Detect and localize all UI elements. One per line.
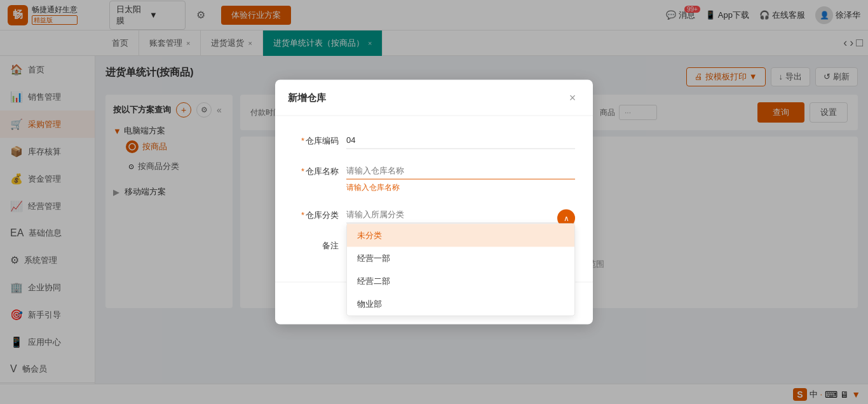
category-dropdown: 未分类 经营一部 经营二部 物业部 <box>346 224 575 316</box>
category-input[interactable] <box>346 206 575 224</box>
modal-body: 仓库编码 仓库名称 请输入仓库名称 仓库分类 ∧ 未分类 经营一部 <box>275 116 593 282</box>
code-label: 仓库编码 <box>293 131 339 147</box>
dropdown-item-uncategorized[interactable]: 未分类 <box>347 224 574 247</box>
name-error-message: 请输入仓库名称 <box>346 182 575 193</box>
category-field: 仓库分类 ∧ 未分类 经营一部 经营二部 物业部 <box>293 206 575 224</box>
code-input-wrap <box>346 131 575 149</box>
name-label: 仓库名称 <box>293 162 339 177</box>
category-label: 仓库分类 <box>293 206 339 221</box>
dropdown-item-dept3[interactable]: 物业部 <box>347 293 574 316</box>
add-warehouse-modal: 新增仓库 × 仓库编码 仓库名称 请输入仓库名称 仓库分类 ∧ <box>275 80 593 325</box>
code-field: 仓库编码 <box>293 131 575 149</box>
modal-title: 新增仓库 <box>288 91 326 104</box>
dropdown-item-dept2[interactable]: 经营二部 <box>347 270 574 293</box>
name-field: 仓库名称 请输入仓库名称 <box>293 162 575 193</box>
category-input-wrap: ∧ 未分类 经营一部 经营二部 物业部 <box>346 206 575 224</box>
name-input-wrap: 请输入仓库名称 <box>346 162 575 193</box>
modal-close-button[interactable]: × <box>565 90 580 105</box>
dropdown-item-dept1[interactable]: 经营一部 <box>347 247 574 270</box>
name-input[interactable] <box>346 162 575 180</box>
modal-header: 新增仓库 × <box>275 80 593 116</box>
note-label: 备注 <box>293 236 339 252</box>
code-input[interactable] <box>346 131 575 149</box>
